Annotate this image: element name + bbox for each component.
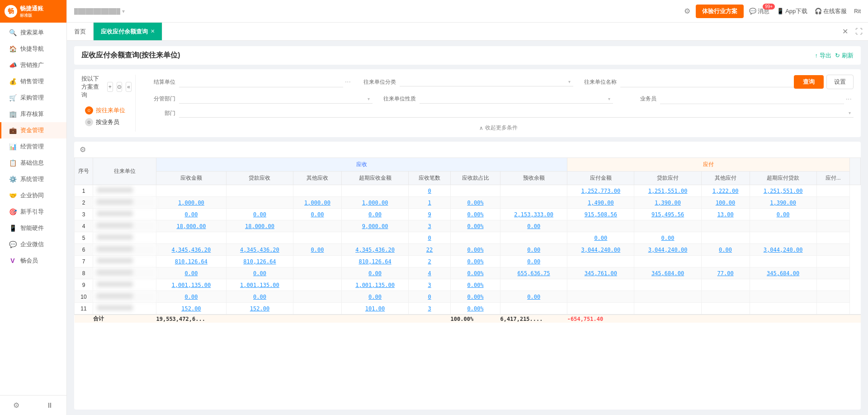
cell-loan_ar[interactable]: 810,126.64 — [226, 256, 293, 267]
filter-collapse-btn[interactable]: « — [126, 82, 132, 92]
cell-ar_count[interactable]: 0 — [409, 232, 451, 244]
cell-other_ar[interactable]: 0.00 — [293, 244, 342, 256]
cell-loan_ar[interactable]: 0.00 — [226, 291, 293, 303]
cell-ap_amount[interactable]: 915,508.56 — [567, 209, 634, 220]
partner-type-select[interactable]: ▾ — [400, 77, 573, 86]
cell-ar_ratio[interactable]: 0.00% — [451, 197, 500, 209]
cell-other_ap[interactable]: 0.00 — [701, 244, 750, 256]
cell-loan_ap[interactable]: 345,684.00 — [634, 267, 701, 279]
cell-ar_ratio[interactable]: 0.00% — [451, 220, 500, 232]
cell-ar_count[interactable]: 2 — [409, 256, 451, 267]
setting-button[interactable]: 设置 — [826, 75, 854, 89]
cell-loan_ap[interactable]: 915,495.56 — [634, 209, 701, 220]
cell-ar_count[interactable]: 3 — [409, 279, 451, 291]
cell-loan_ap[interactable]: 0.00 — [634, 232, 701, 244]
cell-overdue_ar[interactable]: 1,001,135.00 — [341, 279, 408, 291]
cell-ap_amount[interactable]: 1,252,773.00 — [567, 185, 634, 197]
sidebar-item-base-info[interactable]: 📋 基础信息 — [0, 155, 66, 171]
online-service-btn[interactable]: 🎧 在线客服 — [815, 7, 847, 15]
cell-prepay[interactable]: 2,153,333.00 — [500, 209, 567, 220]
cell-ar_ratio[interactable]: 0.00% — [451, 209, 500, 220]
export-btn[interactable]: ↑ 导出 — [815, 52, 832, 60]
settlement-dots[interactable]: ··· — [343, 78, 353, 86]
sidebar-item-wechat[interactable]: 💬 企业微信 — [0, 236, 66, 253]
query-button[interactable]: 查询 — [794, 75, 824, 89]
tab-close-btn[interactable]: ✕ — [151, 29, 155, 34]
cell-other_ar[interactable]: 0.00 — [293, 209, 342, 220]
cell-ar_count[interactable]: 1 — [409, 197, 451, 209]
cell-other_ap[interactable]: 100.00 — [701, 197, 750, 209]
cell-other_ap[interactable]: 13.00 — [701, 209, 750, 220]
cell-ar_amount[interactable]: 0.00 — [156, 267, 226, 279]
sidebar-item-hardware[interactable]: 📱 智能硬件 — [0, 220, 66, 236]
cell-prepay[interactable]: 0.00 — [500, 256, 567, 267]
sub-dept-select[interactable]: ▾ — [179, 109, 854, 118]
cell-overdue_ap[interactable]: 0.00 — [750, 209, 816, 220]
cell-ar_count[interactable]: 3 — [409, 220, 451, 232]
filter-settings-btn[interactable]: ⊙ — [117, 82, 123, 92]
cell-ar_amount[interactable]: 0.00 — [156, 291, 226, 303]
cell-overdue_ap[interactable]: 1,251,551.00 — [750, 185, 816, 197]
cell-loan_ar[interactable]: 0.00 — [226, 267, 293, 279]
table-gear-icon[interactable]: ⚙ — [80, 145, 86, 154]
cell-loan_ar[interactable]: 1,001,135.00 — [226, 279, 293, 291]
cell-prepay[interactable]: 0.00 — [500, 291, 567, 303]
cell-overdue_ar[interactable]: 9,000.00 — [341, 220, 408, 232]
collapse-bar[interactable]: ∧ 收起更多条件 — [143, 122, 854, 132]
cell-overdue_ar[interactable]: 4,345,436.20 — [341, 244, 408, 256]
cell-ar_amount[interactable]: 810,126.64 — [156, 256, 226, 267]
cell-overdue_ar[interactable]: 0.00 — [341, 291, 408, 303]
cell-overdue_ap[interactable]: 3,044,240.00 — [750, 244, 816, 256]
cell-overdue_ar[interactable]: 1,000.00 — [341, 197, 408, 209]
cell-other_ar[interactable]: 1,000.00 — [293, 197, 342, 209]
cell-prepay[interactable]: 655,636.75 — [500, 267, 567, 279]
cell-ar_count[interactable]: 0 — [409, 185, 451, 197]
cell-other_ap[interactable]: 77.00 — [701, 267, 750, 279]
salesman-dots[interactable]: ··· — [844, 95, 854, 103]
settings-footer-btn[interactable]: ⚙ — [9, 399, 23, 411]
cell-loan_ar[interactable]: 18,000.00 — [226, 220, 293, 232]
user-name[interactable]: Rit — [854, 8, 861, 14]
cell-ar_count[interactable]: 0 — [409, 291, 451, 303]
cell-ap_amount[interactable]: 0.00 — [567, 232, 634, 244]
cell-overdue_ap[interactable]: 345,684.00 — [750, 267, 816, 279]
sidebar-item-system[interactable]: ⚙️ 系统管理 — [0, 171, 66, 187]
cell-other_ap[interactable]: 1,222.00 — [701, 185, 750, 197]
cell-overdue_ar[interactable]: 0.00 — [341, 267, 408, 279]
cell-overdue_ar[interactable]: 101.00 — [341, 303, 408, 315]
cell-ar_count[interactable]: 4 — [409, 267, 451, 279]
sidebar-item-finance[interactable]: 💼 资金管理 — [0, 122, 66, 138]
sidebar-item-purchase[interactable]: 🛒 采购管理 — [0, 90, 66, 106]
message-btn[interactable]: 💬 消息 99+ — [749, 7, 769, 15]
salesman-input[interactable] — [660, 94, 844, 104]
dept-select[interactable]: ▾ — [179, 95, 373, 104]
cell-ar_amount[interactable]: 4,345,436.20 — [156, 244, 226, 256]
sidebar-item-guide[interactable]: 🎯 新手引导 — [0, 204, 66, 220]
cell-overdue_ar[interactable]: 0.00 — [341, 209, 408, 220]
cell-loan_ar[interactable]: 0.00 — [226, 209, 293, 220]
cell-loan_ap[interactable]: 1,390.00 — [634, 197, 701, 209]
cell-ap_amount[interactable]: 3,044,240.00 — [567, 244, 634, 256]
cell-ar_amount[interactable]: 18,000.00 — [156, 220, 226, 232]
cell-prepay[interactable]: 0.00 — [500, 244, 567, 256]
filter-option-salesman[interactable]: ⊙ 按业务员 — [81, 116, 132, 128]
cell-ar_ratio[interactable]: 0.00% — [451, 279, 500, 291]
sidebar-item-search-menu[interactable]: 🔍 搜索菜单 — [0, 24, 66, 41]
cell-ar_amount[interactable]: 152.00 — [156, 303, 226, 315]
tab-ar-query[interactable]: 应收应付余额查询 ✕ — [94, 23, 162, 40]
tab-close-window-btn[interactable]: ✕ — [840, 25, 850, 38]
cell-loan_ar[interactable]: 152.00 — [226, 303, 293, 315]
partner-nature-select[interactable]: ▾ — [420, 95, 613, 104]
cell-loan_ap[interactable]: 3,044,240.00 — [634, 244, 701, 256]
topbar-gear-icon[interactable]: ⚙ — [684, 7, 690, 15]
cell-prepay[interactable]: 0.00 — [500, 220, 567, 232]
sidebar-item-sales[interactable]: 💰 销售管理 — [0, 73, 66, 90]
cell-ar_amount[interactable]: 1,000.00 — [156, 197, 226, 209]
cell-ar_count[interactable]: 9 — [409, 209, 451, 220]
cell-ar_ratio[interactable]: 0.00% — [451, 291, 500, 303]
cell-ar_amount[interactable]: 1,001,135.00 — [156, 279, 226, 291]
cell-ap_amount[interactable]: 1,490.00 — [567, 197, 634, 209]
promo-button[interactable]: 体验行业方案 — [696, 5, 744, 18]
tab-home[interactable]: 首页 — [67, 23, 94, 40]
cell-ar_count[interactable]: 3 — [409, 303, 451, 315]
